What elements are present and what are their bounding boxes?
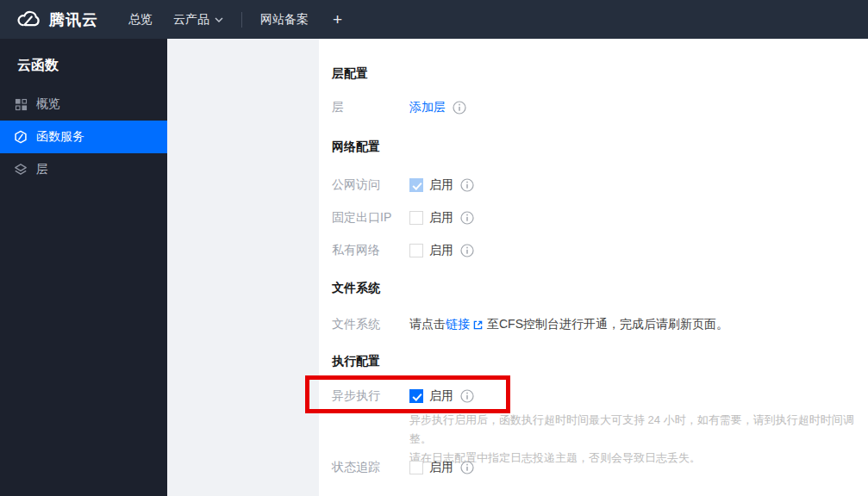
section-title-filesystem: 文件系统	[332, 279, 380, 296]
field-label-async-execution: 异步执行	[332, 388, 409, 404]
section-title-network-config: 网络配置	[332, 138, 380, 155]
form-row-private-network: 私有网络 启用	[332, 242, 474, 259]
layers-icon	[14, 163, 28, 177]
info-icon[interactable]	[460, 211, 474, 225]
grid-icon	[14, 97, 28, 111]
info-icon[interactable]	[460, 461, 474, 474]
sidebar-item-overview[interactable]: 概览	[0, 88, 167, 121]
tencent-cloud-logo-icon	[15, 9, 41, 29]
async-execution-description: 异步执行启用后，函数执行超时时间最大可支持 24 小时，如有需要，请到执行超时时…	[409, 411, 862, 468]
form-row-layer: 层 添加层	[332, 99, 466, 116]
sidebar-title: 云函数	[0, 39, 167, 88]
async-description-line1: 异步执行启用后，函数执行超时时间最大可支持 24 小时，如有需要，请到执行超时时…	[409, 411, 862, 449]
field-label-private-network: 私有网络	[332, 243, 409, 258]
fixed-outbound-ip-checkbox[interactable]	[409, 211, 423, 225]
function-config-panel: 层配置 层 添加层 网络配置 公网访问 启用 固定出口IP	[319, 39, 868, 496]
status-tracking-checkbox[interactable]	[409, 461, 423, 474]
tencent-cloud-console: 腾讯云 总览 云产品 网站备案 + 云函数	[0, 0, 868, 496]
form-row-async-execution: 异步执行 启用	[332, 388, 474, 405]
enable-label: 启用	[429, 210, 453, 226]
nav-website-record-label: 网站备案	[260, 12, 309, 28]
info-icon[interactable]	[460, 389, 474, 403]
sidebar: 云函数 概览 函数服务	[0, 39, 167, 496]
sidebar-item-label: 层	[36, 162, 48, 177]
enable-label: 启用	[429, 460, 453, 475]
add-product-tab-button[interactable]: +	[322, 10, 353, 29]
nav-item-cloud-products[interactable]: 云产品	[163, 0, 234, 39]
enable-label: 启用	[429, 243, 453, 258]
sidebar-item-layers[interactable]: 层	[0, 153, 167, 186]
filesystem-hint-after: 至CFS控制台进行开通，完成后请刷新页面。	[487, 317, 728, 332]
form-row-public-network: 公网访问 启用	[332, 177, 474, 194]
nav-overview-label: 总览	[128, 12, 153, 28]
top-navbar: 腾讯云 总览 云产品 网站备案 +	[0, 0, 868, 39]
brand-name: 腾讯云	[49, 9, 98, 30]
secondary-panel	[167, 39, 319, 496]
brand-home-link[interactable]: 腾讯云	[15, 9, 98, 30]
info-icon[interactable]	[460, 244, 474, 257]
field-label-layer: 层	[332, 100, 409, 115]
enable-label: 启用	[429, 177, 453, 193]
field-label-filesystem: 文件系统	[332, 317, 409, 332]
function-hexagon-icon	[14, 130, 28, 144]
sidebar-item-label: 函数服务	[36, 129, 84, 145]
form-row-status-tracking: 状态追踪 启用	[332, 459, 474, 476]
sidebar-item-function-service[interactable]: 函数服务	[0, 121, 167, 153]
async-description-line2: 请在日志配置中指定日志投递主题，否则会导致日志丢失。	[409, 449, 862, 468]
enable-label: 启用	[429, 388, 453, 404]
info-icon[interactable]	[460, 178, 474, 192]
section-title-layer-config: 层配置	[332, 65, 368, 82]
filesystem-hint-before: 请点击	[409, 317, 446, 332]
sidebar-item-label: 概览	[36, 96, 60, 112]
nav-item-overview[interactable]: 总览	[118, 0, 163, 39]
field-label-status-tracking: 状态追踪	[332, 460, 409, 475]
async-execution-checkbox[interactable]	[409, 389, 423, 403]
external-link-icon[interactable]	[472, 319, 484, 331]
info-icon[interactable]	[453, 101, 466, 115]
public-network-checkbox[interactable]	[409, 178, 423, 192]
nav-divider	[241, 12, 242, 28]
field-label-public-network: 公网访问	[332, 177, 409, 193]
form-row-fixed-outbound-ip: 固定出口IP 启用	[332, 209, 474, 226]
field-label-fixed-outbound-ip: 固定出口IP	[332, 210, 409, 226]
add-layer-link[interactable]: 添加层	[409, 100, 446, 115]
private-network-checkbox[interactable]	[409, 244, 423, 257]
cfs-console-link[interactable]: 链接	[446, 317, 470, 332]
form-row-filesystem: 文件系统 请点击 链接 至CFS控制台进行开通，完成后请刷新页面。	[332, 316, 728, 333]
nav-item-website-record[interactable]: 网站备案	[250, 0, 319, 39]
section-title-execution-config: 执行配置	[332, 352, 380, 369]
nav-cloud-products-label: 云产品	[173, 12, 209, 28]
top-nav-menu: 总览 云产品 网站备案 +	[118, 0, 353, 39]
chevron-down-icon	[215, 17, 223, 22]
